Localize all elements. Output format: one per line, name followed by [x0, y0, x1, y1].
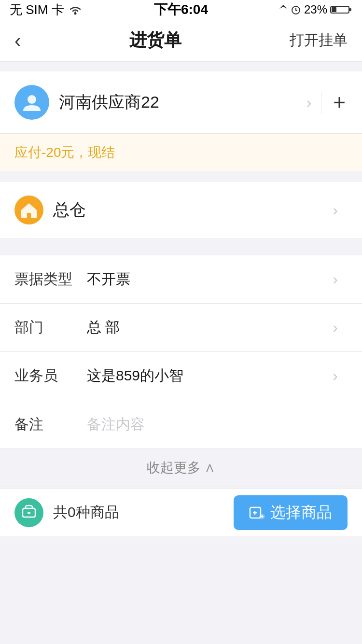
location-icon: [279, 4, 288, 15]
supplier-avatar: [14, 85, 49, 120]
notice-bar: 应付-20元，现结: [0, 134, 362, 171]
remark-input[interactable]: 备注内容: [82, 415, 348, 434]
invoice-row[interactable]: 票据类型 不开票 ›: [0, 255, 362, 304]
nav-bar: ‹ 进货单 打开挂单: [0, 19, 362, 62]
person-icon: [21, 92, 42, 113]
svg-rect-6: [332, 7, 336, 12]
svg-rect-9: [28, 512, 30, 514]
remark-row[interactable]: 备注 备注内容: [0, 400, 362, 448]
salesperson-chevron-icon: ›: [333, 367, 338, 385]
warehouse-row[interactable]: 总仓 ›: [0, 182, 362, 238]
warehouse-name: 总仓: [53, 199, 333, 221]
bottom-bar: 共0种商品 选择商品: [0, 488, 362, 536]
dept-row[interactable]: 部门 总 部 ›: [0, 304, 362, 352]
signal-text: 无 SIM 卡: [10, 1, 64, 18]
add-supplier-button[interactable]: +: [331, 90, 348, 114]
supplier-divider: [321, 91, 321, 114]
battery-text: 23%: [304, 3, 327, 16]
notice-text: 应付-20元，现结: [14, 145, 115, 160]
open-pending-button[interactable]: 打开挂单: [290, 30, 348, 50]
supplier-name: 河南供应商22: [59, 91, 306, 113]
battery-icon: [330, 4, 352, 15]
status-time: 下午6:04: [154, 0, 208, 19]
dept-label: 部门: [14, 318, 82, 337]
section-gap-3: [0, 238, 362, 248]
collapse-row[interactable]: 收起更多 ∧: [0, 448, 362, 487]
product-icon: [14, 498, 43, 527]
invoice-label: 票据类型: [14, 269, 82, 289]
invoice-chevron-icon: ›: [333, 270, 338, 288]
svg-point-0: [74, 13, 76, 15]
supplier-chevron-icon: ›: [306, 94, 312, 112]
salesperson-label: 业务员: [14, 366, 82, 386]
cart-icon: [20, 504, 38, 522]
collapse-label: 收起更多 ∧: [147, 459, 216, 477]
dept-value: 总 部: [82, 318, 333, 337]
dept-chevron-icon: ›: [333, 319, 338, 336]
svg-rect-5: [349, 8, 351, 11]
remark-label: 备注: [14, 415, 82, 434]
salesperson-row[interactable]: 业务员 这是859的小智 ›: [0, 352, 362, 400]
select-product-button[interactable]: 选择商品: [234, 495, 348, 530]
select-product-label: 选择商品: [270, 502, 332, 523]
warehouse-chevron-icon: ›: [333, 201, 338, 219]
home-icon: [20, 201, 38, 219]
supplier-row[interactable]: 河南供应商22 › +: [0, 71, 362, 134]
warehouse-icon: [14, 196, 43, 224]
section-gap-1: [0, 62, 362, 71]
section-gap-2: [0, 171, 362, 181]
status-left: 无 SIM 卡: [10, 1, 83, 18]
select-product-icon: [249, 504, 265, 521]
form-section: 票据类型 不开票 › 部门 总 部 › 业务员 这是859的小智 › 备注 备注…: [0, 255, 362, 448]
invoice-value: 不开票: [82, 269, 333, 289]
page-title: 进货单: [129, 28, 181, 52]
back-button[interactable]: ‹: [14, 31, 21, 50]
wifi-icon: [68, 4, 83, 15]
salesperson-value: 这是859的小智: [82, 366, 333, 386]
svg-point-7: [28, 95, 36, 104]
alarm-icon: [291, 4, 301, 15]
product-count: 共0种商品: [53, 503, 234, 522]
status-right: 23%: [279, 3, 352, 16]
status-bar: 无 SIM 卡 下午6:04 23%: [0, 0, 362, 19]
